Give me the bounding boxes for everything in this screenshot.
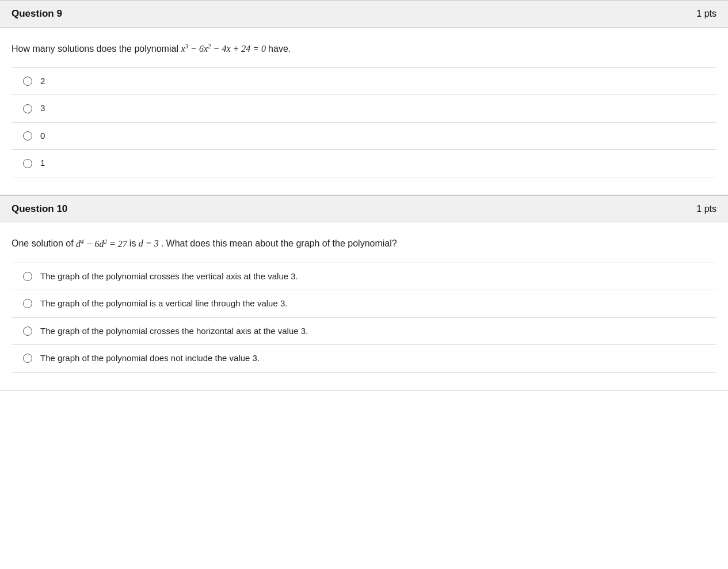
question-9-block: Question 9 1 pts How many solutions does…: [0, 0, 728, 195]
option-label-q10-cv: The graph of the polynomial crosses the …: [40, 270, 298, 283]
option-label-q10-ni: The graph of the polynomial does not inc…: [40, 352, 260, 365]
question-10-pts: 1 pts: [696, 202, 716, 216]
question-10-option-crosses-vertical[interactable]: The graph of the polynomial crosses the …: [12, 263, 716, 291]
question-9-text: How many solutions does the polynomial x…: [12, 41, 716, 56]
question-10-header: Question 10 1 pts: [0, 195, 728, 223]
question-10-option-not-include[interactable]: The graph of the polynomial does not inc…: [12, 345, 716, 373]
radio-q10-ch: [23, 327, 32, 336]
question-10-block: Question 10 1 pts One solution of d4 − 6…: [0, 195, 728, 390]
question-10-option-crosses-horizontal[interactable]: The graph of the polynomial crosses the …: [12, 318, 716, 346]
radio-q10-cv: [23, 272, 32, 281]
option-label-q10-vl: The graph of the polynomial is a vertica…: [40, 297, 287, 310]
question-10-option-vertical-line[interactable]: The graph of the polynomial is a vertica…: [12, 290, 716, 318]
question-10-text: One solution of d4 − 6d2 = 27 is d = 3 .…: [12, 236, 716, 251]
radio-q10-ni: [23, 354, 32, 363]
question-9-option-1[interactable]: 1: [12, 150, 716, 177]
option-label-q9-1: 1: [40, 157, 45, 170]
option-label-q10-ch: The graph of the polynomial crosses the …: [40, 325, 308, 338]
question-9-header: Question 9 1 pts: [0, 0, 728, 28]
question-9-body: How many solutions does the polynomial x…: [0, 28, 728, 183]
option-label-q9-0: 0: [40, 130, 45, 143]
radio-q9-0: [23, 131, 32, 141]
radio-q10-vl: [23, 299, 32, 308]
question-9-pts: 1 pts: [696, 7, 716, 21]
q10-spacer: [0, 378, 728, 390]
question-9-option-2[interactable]: 2: [12, 68, 716, 96]
question-9-option-3[interactable]: 3: [12, 95, 716, 123]
question-10-math-d: d = 3: [139, 239, 161, 249]
option-label-q9-2: 2: [40, 75, 45, 88]
question-9-option-0[interactable]: 0: [12, 123, 716, 150]
option-label-q9-3: 3: [40, 102, 45, 115]
question-9-options: 2 3 0 1: [12, 67, 716, 177]
page-container: Question 9 1 pts How many solutions does…: [0, 0, 728, 390]
question-9-math: x3 − 6x2 − 4x + 24 = 0: [181, 44, 268, 54]
question-10-body: One solution of d4 − 6d2 = 27 is d = 3 .…: [0, 222, 728, 378]
q9-spacer: [0, 183, 728, 195]
question-10-math: d4 − 6d2 = 27: [76, 239, 129, 249]
radio-q9-1: [23, 159, 32, 168]
question-9-title: Question 9: [12, 6, 62, 21]
question-10-title: Question 10: [12, 202, 67, 217]
question-10-options: The graph of the polynomial crosses the …: [12, 263, 716, 373]
radio-q9-3: [23, 104, 32, 113]
radio-q9-2: [23, 77, 32, 86]
